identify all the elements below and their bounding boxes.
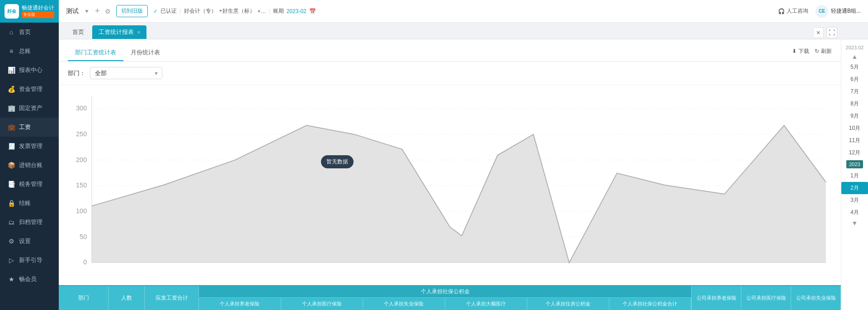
dept-filter-wrapper: 全部 行政部 财务部 销售部 技术部 ▼	[90, 67, 162, 79]
sidebar-item-member-label: 畅会员	[19, 275, 37, 283]
sidebar-item-salary[interactable]: 💼 工资	[0, 118, 59, 137]
side-panel-mar[interactable]: 3月	[841, 194, 868, 206]
side-panel-dec[interactable]: 12月	[841, 147, 868, 159]
side-panel-feb[interactable]: 2月	[841, 182, 868, 194]
ledger-icon: ≡	[7, 48, 15, 55]
col-personal-total: 个人承担社保公积金合计	[609, 298, 692, 310]
sidebar-item-member[interactable]: ★ 畅会员	[0, 270, 59, 289]
col-company-unemployment: 公司承担失业保险	[791, 286, 841, 310]
side-panel: 2023.02 ▲ 5月 6月 7月 8月 9月 10月 11月 12月 202…	[841, 39, 868, 310]
sidebar-item-funds[interactable]: 💰 资金管理	[0, 80, 59, 99]
sidebar-item-funds-label: 资金管理	[19, 85, 42, 93]
side-panel-year-2023[interactable]: 2023	[846, 160, 863, 168]
sidebar-item-guide[interactable]: ▷ 新手引导	[0, 251, 59, 270]
sidebar-item-close-label: 结账	[19, 199, 31, 207]
content-area: 部门工资统计表 月份统计表 ⬇ 下载 ↻ 刷新 部门：	[59, 39, 868, 310]
sidebar-item-invoices[interactable]: 🧾 发票管理	[0, 137, 59, 156]
side-panel-nov[interactable]: 11月	[841, 134, 868, 147]
sidebar-item-close-account[interactable]: 🔒 结账	[0, 194, 59, 213]
topbar-add-icon[interactable]: +	[95, 6, 100, 16]
status-period-value: 2023-02	[287, 8, 307, 14]
logo-icon: 好会	[5, 4, 19, 19]
sidebar-item-reports[interactable]: 📊 报表中心	[0, 61, 59, 80]
logo-badge: 专业版	[22, 11, 54, 18]
guide-icon: ▷	[7, 257, 15, 264]
switch-old-btn[interactable]: 切到旧版	[116, 5, 148, 17]
sidebar-item-tax-label: 税务管理	[19, 180, 42, 188]
sub-tab-actions: ⬇ 下载 ↻ 刷新	[792, 48, 832, 59]
sidebar-item-home-label: 首页	[19, 28, 31, 36]
sidebar-item-tax[interactable]: 📑 税务管理	[0, 175, 59, 194]
tab-close-btn[interactable]: ×	[137, 29, 140, 35]
side-panel-jan[interactable]: 1月	[841, 170, 868, 182]
side-panel-may[interactable]: 5月	[841, 61, 868, 73]
status-extra1: +好生意（标）	[219, 7, 255, 15]
tax-icon: 📑	[7, 181, 15, 188]
col-dept: 部门	[59, 286, 108, 310]
filter-bar: 部门： 全部 行政部 财务部 销售部 技术部 ▼	[59, 62, 841, 85]
sidebar-item-ledger-label: 总账	[19, 47, 31, 55]
refresh-btn[interactable]: ↻ 刷新	[815, 48, 832, 55]
topbar-right: 🎧 人工咨询 CE 轻捷通B组...	[778, 5, 861, 18]
logo-area: 好会 畅捷通好会计 专业版	[0, 0, 59, 23]
topbar-chevron-icon: ▼	[84, 8, 90, 14]
side-panel-sep[interactable]: 9月	[841, 110, 868, 122]
user-area: CE 轻捷通B组...	[816, 5, 861, 18]
sidebar-item-reports-label: 报表中心	[19, 66, 42, 74]
download-btn[interactable]: ⬇ 下载	[792, 48, 809, 55]
col-group-personal: 个人承担社保公积金 个人承担养老保险 个人承担医疗保险 个人承担失业保险 个人承…	[199, 286, 692, 310]
sidebar-item-assets-label: 固定资产	[19, 104, 42, 112]
status-sep2: |	[269, 8, 270, 14]
svg-text:200: 200	[76, 156, 87, 163]
member-icon: ★	[7, 276, 15, 283]
side-panel-aug[interactable]: 8月	[841, 98, 868, 110]
svg-text:300: 300	[76, 105, 87, 112]
topbar-settings-icon[interactable]: ⚙	[105, 8, 111, 15]
tab-home[interactable]: 首页	[66, 25, 90, 39]
home-icon: ⌂	[7, 29, 15, 36]
col-company-pension: 公司承担养老保险	[692, 286, 741, 310]
side-panel-jul[interactable]: 7月	[841, 86, 868, 98]
tab-salary-label: 工资统计报表	[99, 29, 134, 35]
salary-icon: 💼	[7, 124, 15, 131]
svg-text:250: 250	[76, 130, 87, 138]
sidebar: 好会 畅捷通好会计 专业版 ⌂ 首页 ≡ 总账 📊 报表中心 💰 资金管理 🏢 …	[0, 0, 59, 310]
side-panel-jun[interactable]: 6月	[841, 73, 868, 86]
sidebar-item-home[interactable]: ⌂ 首页	[0, 23, 59, 42]
content-main: 部门工资统计表 月份统计表 ⬇ 下载 ↻ 刷新 部门：	[59, 39, 841, 310]
sidebar-item-assets[interactable]: 🏢 固定资产	[0, 99, 59, 118]
service-btn[interactable]: 🎧 人工咨询	[778, 7, 808, 15]
funds-icon: 💰	[7, 86, 15, 93]
filter-label: 部门：	[68, 69, 85, 77]
status-type: 好会计（专）	[184, 7, 217, 15]
avatar: CE	[816, 5, 828, 18]
sub-tab-month[interactable]: 月份统计表	[123, 45, 167, 61]
username: 轻捷通B组...	[831, 7, 861, 15]
headset-icon: 🎧	[778, 8, 785, 14]
col-personal-housing-fund: 个人承担住房公积金	[527, 298, 609, 310]
sub-tab-dept[interactable]: 部门工资统计表	[68, 45, 123, 61]
sidebar-item-salary-label: 工资	[19, 123, 31, 131]
sidebar-item-archive[interactable]: 🗂 归档管理	[0, 213, 59, 232]
sidebar-item-inventory-label: 进销台账	[19, 161, 42, 169]
calendar-icon[interactable]: 📅	[309, 8, 316, 14]
tab-salary-report[interactable]: 工资统计报表 ×	[92, 25, 146, 39]
side-panel-oct[interactable]: 10月	[841, 122, 868, 134]
svg-text:150: 150	[76, 181, 87, 189]
side-panel-up-btn[interactable]: ▲	[851, 52, 859, 61]
close-account-icon: 🔒	[7, 200, 15, 207]
sidebar-item-archive-label: 归档管理	[19, 218, 42, 226]
svg-marker-15	[92, 125, 826, 262]
side-panel-apr[interactable]: 4月	[841, 206, 868, 219]
inventory-icon: 📦	[7, 162, 15, 169]
sidebar-item-settings[interactable]: ⚙ 设置	[0, 232, 59, 251]
sidebar-item-inventory[interactable]: 📦 进销台账	[0, 156, 59, 175]
svg-text:0: 0	[83, 258, 87, 266]
sidebar-menu: ⌂ 首页 ≡ 总账 📊 报表中心 💰 资金管理 🏢 固定资产 💼 工资 🧾 发票…	[0, 23, 59, 310]
sidebar-item-ledger[interactable]: ≡ 总账	[0, 42, 59, 61]
svg-text:50: 50	[80, 233, 87, 240]
reports-icon: 📊	[7, 67, 15, 74]
sub-tabs: 部门工资统计表 月份统计表 ⬇ 下载 ↻ 刷新	[59, 39, 841, 62]
side-panel-down-btn[interactable]: ▼	[851, 219, 859, 228]
dept-filter[interactable]: 全部 行政部 财务部 销售部 技术部	[90, 67, 162, 79]
